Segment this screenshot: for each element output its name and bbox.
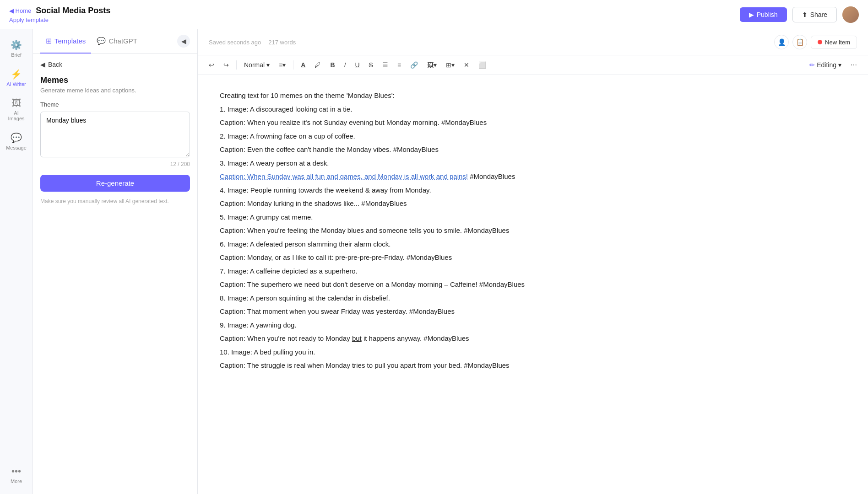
editor-meta: Saved seconds ago 217 words bbox=[209, 39, 296, 46]
sidebar-item-more[interactable]: ••• More bbox=[3, 462, 30, 489]
content-line-14: 7. Image: A caffeine depicted as a super… bbox=[220, 265, 846, 277]
sidebar-item-brief[interactable]: ⚙️ Brief bbox=[3, 35, 30, 62]
bold-button[interactable]: B bbox=[326, 59, 338, 71]
header-right: ▶ Publish ⬆ Share bbox=[740, 6, 859, 23]
text-style-dropdown[interactable]: Normal ▾ bbox=[240, 59, 273, 71]
editor-topbar: Saved seconds ago 217 words 👤 📋 New Item bbox=[198, 29, 868, 55]
content-line-10: 5. Image: A grumpy cat meme. bbox=[220, 211, 846, 223]
tab-templates[interactable]: ⊞ Templates bbox=[40, 29, 91, 54]
more-options-button[interactable]: ⬜ bbox=[475, 59, 490, 71]
chevron-down-icon: ▾ bbox=[266, 61, 270, 69]
toolbar-separator-1 bbox=[236, 60, 237, 70]
underline-button[interactable]: U bbox=[351, 59, 363, 71]
char-count: 12 / 200 bbox=[40, 161, 190, 167]
tab-chatgpt[interactable]: 💬 ChatGPT bbox=[91, 29, 143, 54]
clear-format-button[interactable]: ✕ bbox=[460, 59, 473, 71]
apply-template-link[interactable]: Apply template bbox=[9, 16, 110, 23]
content-line-1: Creating text for 10 memes on the theme … bbox=[220, 90, 846, 102]
content-line-4: 2. Image: A frowning face on a cup of co… bbox=[220, 130, 846, 142]
editor-content[interactable]: Creating text for 10 memes on the theme … bbox=[198, 75, 868, 494]
avatar[interactable] bbox=[842, 6, 859, 23]
saved-status: Saved seconds ago bbox=[209, 39, 261, 46]
ai-disclaimer: Make sure you manually review all AI gen… bbox=[40, 197, 190, 205]
panel-sidebar: ⊞ Templates 💬 ChatGPT ◀ ◀ Back Memes Gen… bbox=[33, 29, 198, 494]
content-line-12: 6. Image: A defeated person slamming the… bbox=[220, 238, 846, 250]
copy-action-button[interactable]: 📋 bbox=[792, 35, 807, 49]
header-left: ◀ Home Social Media Posts Apply template bbox=[9, 6, 110, 23]
icon-sidebar: ⚙️ Brief ⚡ AI Writer 🖼 AI Images 💬 Messa… bbox=[0, 29, 33, 494]
content-line-21: Caption: The struggle is real when Monda… bbox=[220, 360, 846, 371]
content-line-8: 4. Image: People running towards the wee… bbox=[220, 184, 846, 196]
panel-section-desc: Generate meme ideas and captions. bbox=[40, 87, 190, 94]
home-link[interactable]: ◀ Home bbox=[9, 7, 31, 14]
editor-area: Saved seconds ago 217 words 👤 📋 New Item… bbox=[198, 29, 868, 494]
undo-button[interactable]: ↩ bbox=[205, 59, 218, 71]
editing-chevron-down-icon: ▾ bbox=[838, 61, 841, 69]
editor-toolbar: ↩ ↪ Normal ▾ ≡▾ A 🖊 B I U S ☰ ≡ 🔗 🖼▾ ⊞▾ … bbox=[198, 55, 868, 75]
toolbar-separator-2 bbox=[293, 60, 293, 70]
underlined-caption: Caption: When Sunday was all fun and gam… bbox=[220, 172, 468, 180]
align-button[interactable]: ≡▾ bbox=[275, 59, 289, 71]
content-line-2: 1. Image: A discouraged looking cat in a… bbox=[220, 103, 846, 115]
strikethrough-button[interactable]: S bbox=[365, 59, 377, 71]
more-toolbar-button[interactable]: ⋯ bbox=[847, 59, 861, 71]
theme-textarea[interactable]: Monday blues bbox=[40, 112, 190, 157]
theme-label: Theme bbox=[40, 101, 190, 108]
highlight-button[interactable]: 🖊 bbox=[311, 59, 325, 71]
sidebar-item-message[interactable]: 💬 Message bbox=[3, 128, 30, 155]
content-line-19: Caption: When you're not ready to Monday… bbox=[220, 333, 846, 344]
content-line-13: Caption: Monday, or as I like to call it… bbox=[220, 252, 846, 263]
editing-mode-dropdown[interactable]: ✏ Editing ▾ bbox=[806, 59, 845, 71]
but-underline: but bbox=[352, 334, 362, 342]
text-color-button[interactable]: A bbox=[297, 59, 309, 71]
user-action-button[interactable]: 👤 bbox=[774, 35, 789, 49]
content-line-9: Caption: Monday lurking in the shadows l… bbox=[220, 198, 846, 209]
pencil-icon: ✏ bbox=[809, 61, 815, 69]
content-line-16: 8. Image: A person squinting at the cale… bbox=[220, 292, 846, 304]
share-icon: ⬆ bbox=[802, 11, 808, 18]
content-line-11: Caption: When you're feeling the Monday … bbox=[220, 225, 846, 236]
top-header: ◀ Home Social Media Posts Apply template… bbox=[0, 0, 868, 29]
new-item-dot bbox=[818, 40, 822, 44]
ai-images-icon: 🖼 bbox=[12, 98, 21, 108]
image-button[interactable]: 🖼▾ bbox=[423, 59, 440, 71]
redo-button[interactable]: ↪ bbox=[220, 59, 233, 71]
regenerate-button[interactable]: Re-generate bbox=[40, 175, 190, 192]
new-item-button[interactable]: New Item bbox=[811, 36, 857, 49]
back-button[interactable]: ◀ Back bbox=[40, 61, 190, 68]
message-icon: 💬 bbox=[11, 132, 22, 143]
content-line-5: Caption: Even the coffee can't handle th… bbox=[220, 144, 846, 156]
main-layout: ⚙️ Brief ⚡ AI Writer 🖼 AI Images 💬 Messa… bbox=[0, 29, 868, 494]
content-line-20: 10. Image: A bed pulling you in. bbox=[220, 346, 846, 358]
panel-content: ◀ Back Memes Generate meme ideas and cap… bbox=[33, 54, 197, 494]
bullet-list-button[interactable]: ☰ bbox=[379, 59, 392, 71]
collapse-panel-button[interactable]: ◀ bbox=[177, 35, 190, 48]
content-line-7: Caption: When Sunday was all fun and gam… bbox=[220, 171, 846, 183]
ai-writer-icon: ⚡ bbox=[11, 69, 22, 80]
content-line-6: 3. Image: A weary person at a desk. bbox=[220, 157, 846, 169]
italic-button[interactable]: I bbox=[341, 59, 350, 71]
brief-icon: ⚙️ bbox=[11, 39, 22, 50]
page-title: Social Media Posts bbox=[36, 6, 110, 16]
sidebar-item-ai-writer[interactable]: ⚡ AI Writer bbox=[3, 64, 30, 91]
editor-actions: 👤 📋 New Item bbox=[774, 35, 857, 49]
ordered-list-button[interactable]: ≡ bbox=[394, 59, 405, 71]
content-line-17: Caption: That moment when you swear Frid… bbox=[220, 306, 846, 317]
chatgpt-icon: 💬 bbox=[97, 37, 106, 45]
panel-section-title: Memes bbox=[40, 75, 190, 85]
content-line-18: 9. Image: A yawning dog. bbox=[220, 319, 846, 331]
link-button[interactable]: 🔗 bbox=[407, 59, 422, 71]
table-button[interactable]: ⊞▾ bbox=[442, 59, 458, 71]
back-icon: ◀ bbox=[40, 61, 45, 68]
templates-icon: ⊞ bbox=[46, 37, 52, 45]
sidebar-item-ai-images[interactable]: 🖼 AI Images bbox=[3, 93, 30, 126]
more-icon: ••• bbox=[11, 466, 21, 477]
publish-button[interactable]: ▶ Publish bbox=[740, 7, 787, 22]
share-button[interactable]: ⬆ Share bbox=[792, 7, 837, 22]
content-line-15: Caption: The superhero we need but don't… bbox=[220, 279, 846, 290]
word-count: 217 words bbox=[268, 39, 296, 46]
panel-tabs: ⊞ Templates 💬 ChatGPT ◀ bbox=[33, 29, 197, 54]
content-line-3: Caption: When you realize it's not Sunda… bbox=[220, 117, 846, 129]
publish-icon: ▶ bbox=[749, 11, 754, 18]
